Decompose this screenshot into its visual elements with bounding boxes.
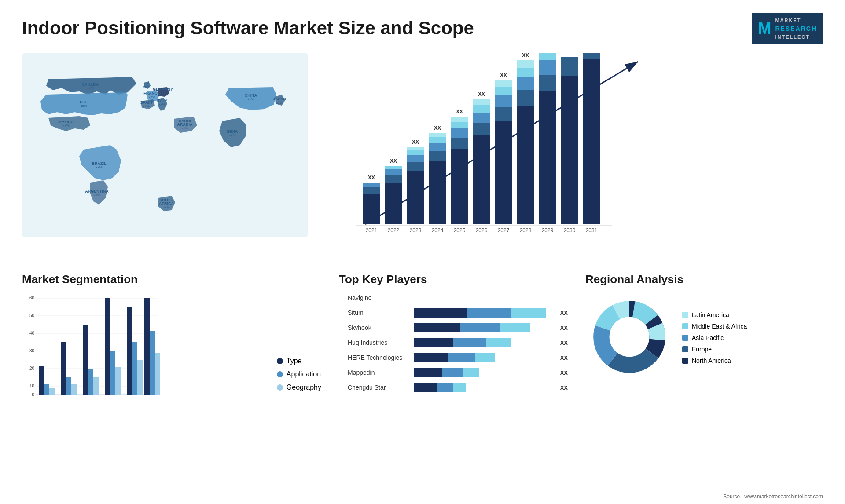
svg-rect-62 — [495, 87, 512, 95]
svg-text:50: 50 — [29, 313, 35, 318]
legend-type: Type — [277, 357, 321, 365]
player-here: HERE Technologies XX — [348, 353, 568, 362]
svg-rect-46 — [451, 138, 468, 149]
svg-text:xx%: xx% — [62, 124, 69, 128]
legend-geography: Geography — [277, 383, 321, 391]
svg-rect-114 — [105, 298, 110, 395]
world-map-svg: CANADA xx% U.S. xx% MEXICO xx% BRAZIL xx… — [22, 53, 308, 237]
svg-rect-110 — [83, 325, 88, 395]
svg-text:2030: 2030 — [564, 227, 576, 234]
player-situm: Situm XX — [348, 308, 568, 318]
svg-rect-68 — [517, 77, 534, 90]
svg-rect-21 — [363, 187, 380, 194]
svg-rect-27 — [385, 169, 402, 175]
svg-rect-28 — [385, 166, 402, 169]
svg-rect-83 — [583, 59, 600, 224]
logo-m-letter: M — [758, 18, 772, 40]
svg-text:XX: XX — [500, 72, 507, 78]
logo: M MARKET RESEARCH INTELLECT — [752, 13, 823, 44]
svg-text:xx%: xx% — [159, 91, 166, 95]
bottom-right: Top Key Players Navigine Situm XX — [326, 268, 823, 400]
market-segmentation: Market Segmentation 60 50 40 30 20 10 0 — [22, 268, 321, 400]
type-dot — [277, 358, 283, 364]
player-chengdu: Chengdu Star XX — [348, 383, 568, 392]
svg-rect-47 — [451, 128, 468, 138]
svg-rect-80 — [561, 76, 578, 224]
svg-text:xx%: xx% — [96, 165, 102, 169]
svg-rect-25 — [385, 183, 402, 224]
svg-rect-32 — [407, 162, 424, 171]
svg-rect-38 — [429, 161, 446, 224]
svg-text:xx%: xx% — [80, 104, 87, 108]
growth-chart-svg: XX 2021 XX 2022 XX 2023 XX 2024 — [339, 53, 647, 242]
svg-text:2023: 2023 — [86, 397, 95, 398]
donut-chart — [585, 293, 673, 383]
svg-rect-66 — [517, 106, 534, 224]
svg-text:2031: 2031 — [586, 227, 598, 234]
svg-rect-73 — [539, 91, 556, 224]
svg-text:2027: 2027 — [498, 227, 510, 234]
svg-rect-84 — [583, 53, 600, 59]
svg-rect-115 — [110, 351, 115, 395]
player-huq: Huq Industries XX — [348, 338, 568, 347]
geography-dot — [277, 384, 283, 391]
svg-point-131 — [610, 318, 648, 356]
legend-asia-pacific: Asia Pacific — [682, 334, 747, 341]
svg-rect-33 — [407, 155, 424, 162]
svg-text:2021: 2021 — [42, 397, 51, 398]
svg-text:XX: XX — [390, 158, 397, 164]
player-skyhook: Skyhook XX — [348, 323, 568, 332]
svg-rect-119 — [132, 342, 137, 395]
svg-text:2026: 2026 — [476, 227, 488, 234]
svg-text:2023: 2023 — [410, 227, 422, 234]
svg-rect-69 — [517, 68, 534, 77]
svg-rect-49 — [451, 117, 468, 122]
svg-rect-61 — [495, 95, 512, 107]
svg-text:40: 40 — [29, 331, 35, 336]
donut-svg — [585, 293, 673, 381]
svg-rect-104 — [49, 388, 55, 395]
svg-text:xx%: xx% — [148, 95, 155, 99]
svg-rect-55 — [473, 105, 490, 113]
world-map-area: CANADA xx% U.S. xx% MEXICO xx% BRAZIL xx… — [22, 53, 321, 264]
svg-rect-54 — [473, 113, 490, 123]
svg-rect-112 — [93, 377, 99, 395]
segmentation-chart: 60 50 40 30 20 10 0 — [22, 293, 268, 400]
segmentation-legend: Type Application Geography — [277, 357, 321, 400]
svg-text:XX: XX — [478, 91, 485, 97]
svg-rect-118 — [127, 307, 132, 395]
application-dot — [277, 371, 283, 377]
svg-text:2025: 2025 — [130, 397, 139, 398]
key-players-section: Top Key Players Navigine Situm XX — [339, 273, 577, 400]
svg-rect-56 — [473, 99, 490, 105]
svg-text:xx%: xx% — [143, 85, 150, 89]
svg-text:2028: 2028 — [520, 227, 532, 234]
growth-chart-area: XX 2021 XX 2022 XX 2023 XX 2024 — [326, 53, 823, 264]
svg-rect-40 — [429, 143, 446, 151]
svg-text:2025: 2025 — [454, 227, 466, 234]
logo-text: MARKET RESEARCH INTELLECT — [775, 17, 817, 40]
legend-application: Application — [277, 370, 321, 378]
svg-rect-31 — [407, 171, 424, 224]
svg-rect-45 — [451, 149, 468, 224]
svg-rect-116 — [115, 367, 121, 395]
svg-text:xx%: xx% — [93, 193, 100, 197]
legend-latin-america: Latin America — [682, 311, 747, 318]
svg-text:20: 20 — [29, 366, 35, 371]
svg-rect-35 — [407, 147, 424, 150]
svg-text:2022: 2022 — [64, 397, 73, 398]
svg-text:2029: 2029 — [542, 227, 554, 234]
svg-rect-67 — [517, 90, 534, 106]
svg-rect-60 — [495, 107, 512, 121]
svg-text:xx%: xx% — [276, 101, 283, 105]
segmentation-title: Market Segmentation — [22, 273, 321, 286]
svg-rect-103 — [44, 384, 49, 395]
svg-text:xx%: xx% — [247, 97, 254, 101]
svg-rect-74 — [539, 75, 556, 91]
svg-rect-81 — [561, 57, 578, 76]
svg-rect-76 — [539, 53, 556, 60]
player-navigine: Navigine — [348, 293, 568, 303]
regional-title: Regional Analysis — [585, 273, 823, 286]
page-title: Indoor Positioning Software Market Size … — [22, 18, 474, 39]
svg-rect-22 — [363, 183, 380, 187]
